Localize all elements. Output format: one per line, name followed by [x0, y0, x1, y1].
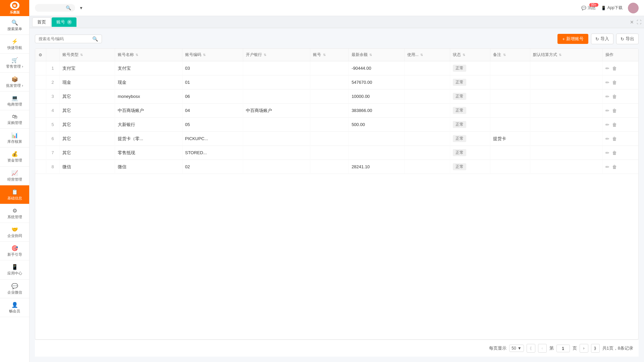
th-gear[interactable]: ⚙	[35, 49, 46, 61]
topbar-dropdown[interactable]: ▼	[79, 6, 83, 10]
user-avatar[interactable]	[628, 3, 639, 13]
sidebar-item-appcenter[interactable]: 📱 应用中心	[0, 260, 29, 279]
accounts-table: ⚙ 账号类型 ⇅ 账号名称 ⇅ 账号编码 ⇅ 开户银行 ⇅ 账号 ⇅ 最新余额 …	[35, 49, 638, 174]
status-badge-3: 正常	[453, 93, 466, 100]
row-usage-1	[404, 61, 450, 75]
row-index-3: 3	[46, 89, 59, 104]
sidebar-item-wholesale[interactable]: 📦 批发管理 ›	[0, 73, 29, 92]
row-remark-6: 提货卡	[490, 132, 530, 146]
edit-icon-8[interactable]: ✏	[605, 164, 609, 170]
add-account-button[interactable]: + 新增账号	[557, 34, 588, 44]
th-name[interactable]: 账号名称 ⇅	[115, 49, 182, 61]
row-type-4: 其它	[59, 104, 115, 118]
edit-icon-6[interactable]: ✏	[605, 136, 609, 141]
retail-icon: 🛒	[11, 57, 18, 63]
row-status-2: 正常	[450, 75, 490, 89]
row-account-5	[310, 118, 349, 132]
row-settlement-3	[530, 89, 602, 104]
tab-home[interactable]: 首页	[32, 17, 51, 27]
quicknav-icon: ⚡	[11, 38, 18, 45]
sidebar-label-search: 搜索菜单	[7, 27, 22, 31]
th-remark[interactable]: 备注 ⇅	[490, 49, 530, 61]
search-icon[interactable]: 🔍	[92, 36, 98, 42]
page-input[interactable]	[556, 345, 570, 352]
table-row: 3 其它 moneybosx 06 10000.00 正常 ✏ 🗑	[35, 89, 638, 104]
row-usage-5	[404, 118, 450, 132]
sidebar-item-quicknav[interactable]: ⚡ 快捷导航	[0, 35, 29, 54]
edit-icon-3[interactable]: ✏	[605, 94, 609, 99]
sidebar-item-cooperation[interactable]: 🤝 企业协同	[0, 223, 29, 242]
delete-icon-5[interactable]: 🗑	[612, 122, 617, 127]
edit-icon-1[interactable]: ✏	[605, 66, 609, 71]
topbar-search-box[interactable]: 🔍	[35, 4, 75, 12]
import-button[interactable]: ↻ 导入	[591, 34, 613, 44]
sidebar-item-finance[interactable]: 💰 资金管理	[0, 147, 29, 166]
th-account[interactable]: 账号 ⇅	[310, 49, 349, 61]
sidebar-item-guide[interactable]: 🎯 新手引导	[0, 242, 29, 260]
delete-icon-7[interactable]: 🗑	[612, 150, 617, 156]
th-settlement[interactable]: 默认结算方式 ⇅	[530, 49, 602, 61]
row-code-7: STORED...	[182, 146, 243, 160]
accounts-table-container: ⚙ 账号类型 ⇅ 账号名称 ⇅ 账号编码 ⇅ 开户银行 ⇅ 账号 ⇅ 最新余额 …	[35, 48, 639, 340]
sidebar-item-search[interactable]: 🔍 搜索菜单	[0, 16, 29, 35]
page-next-btn[interactable]: ›	[580, 344, 588, 353]
th-code[interactable]: 账号编码 ⇅	[182, 49, 243, 61]
sidebar-item-purchase[interactable]: 🛍 采购管理	[0, 110, 29, 129]
sidebar-item-system[interactable]: ⚙ 系统管理	[0, 204, 29, 223]
row-balance-2: 547670.00	[349, 75, 405, 89]
page-first-btn[interactable]: ⟪	[527, 344, 535, 353]
sidebar-item-retail[interactable]: 🛒 零售管理 ›	[0, 54, 29, 72]
edit-icon-2[interactable]: ✏	[605, 80, 609, 85]
th-balance[interactable]: 最新余额 ⇅	[349, 49, 405, 61]
delete-icon-2[interactable]: 🗑	[612, 80, 617, 85]
row-action-4: ✏ 🗑	[602, 104, 638, 118]
sidebar-label-cooperation: 企业协同	[7, 234, 22, 238]
row-action-8: ✏ 🗑	[602, 160, 638, 174]
export-button[interactable]: ↻ 导出	[616, 34, 639, 44]
row-balance-5: 500.00	[349, 118, 405, 132]
delete-icon-8[interactable]: 🗑	[612, 164, 617, 170]
page-last-btn[interactable]: ⟫	[591, 344, 600, 353]
dropdown-arrow-icon: ▼	[79, 6, 83, 10]
tab-bar-fullscreen-icon[interactable]: ⛶	[637, 19, 641, 25]
toolbar-right: + 新增账号 ↻ 导入 ↻ 导出	[557, 34, 639, 44]
sidebar-item-operation[interactable]: 📈 经营管理	[0, 167, 29, 185]
row-usage-6	[404, 132, 450, 146]
sidebar-item-inventory[interactable]: 📊 库存核算	[0, 129, 29, 147]
delete-icon-3[interactable]: 🗑	[612, 94, 617, 99]
th-status[interactable]: 状态 ⇅	[450, 49, 490, 61]
search-input[interactable]	[39, 37, 92, 41]
edit-icon-7[interactable]: ✏	[605, 150, 609, 156]
tab-bar-close-icon[interactable]: ✕	[630, 19, 634, 25]
row-balance-4: 383866.00	[349, 104, 405, 118]
edit-icon-5[interactable]: ✏	[605, 122, 609, 127]
th-bank[interactable]: 开户银行 ⇅	[243, 49, 310, 61]
cooperation-icon: 🤝	[11, 226, 18, 233]
topbar-search-input[interactable]	[39, 6, 66, 10]
delete-icon-4[interactable]: 🗑	[612, 108, 617, 113]
topbar-message[interactable]: 💬 消息 99+	[581, 5, 596, 11]
topbar-app-download[interactable]: 📱 App下载	[601, 5, 623, 11]
tab-accounts[interactable]: 账号 ✕	[52, 17, 76, 27]
status-badge-1: 正常	[453, 65, 466, 72]
sidebar-item-basic[interactable]: 📋 基础信息	[0, 185, 29, 204]
th-usage[interactable]: 使用... ⇅	[404, 49, 450, 61]
sidebar-item-wechat[interactable]: 💬 企业微信	[0, 280, 29, 298]
sidebar-item-ecommerce[interactable]: 💻 电商管理	[0, 92, 29, 110]
app-logo: 畅 乐惠版	[0, 0, 29, 16]
page-prev-btn[interactable]: ‹	[538, 344, 547, 353]
row-settlement-7	[530, 146, 602, 160]
sidebar-item-member[interactable]: 👤 畅会员	[0, 298, 29, 317]
row-name-6: 提货卡（零...	[115, 132, 182, 146]
delete-icon-6[interactable]: 🗑	[612, 136, 617, 141]
search-box[interactable]: 🔍	[35, 35, 102, 43]
th-type[interactable]: 账号类型 ⇅	[59, 49, 115, 61]
row-name-4: 中百商场账户	[115, 104, 182, 118]
edit-icon-4[interactable]: ✏	[605, 108, 609, 113]
per-page-select[interactable]: 50 ▼	[509, 345, 524, 352]
tab-accounts-close[interactable]: ✕	[67, 20, 72, 24]
delete-icon-1[interactable]: 🗑	[612, 66, 617, 71]
per-page-label: 每页显示	[489, 345, 506, 351]
row-status-3: 正常	[450, 89, 490, 104]
row-type-7: 其它	[59, 146, 115, 160]
